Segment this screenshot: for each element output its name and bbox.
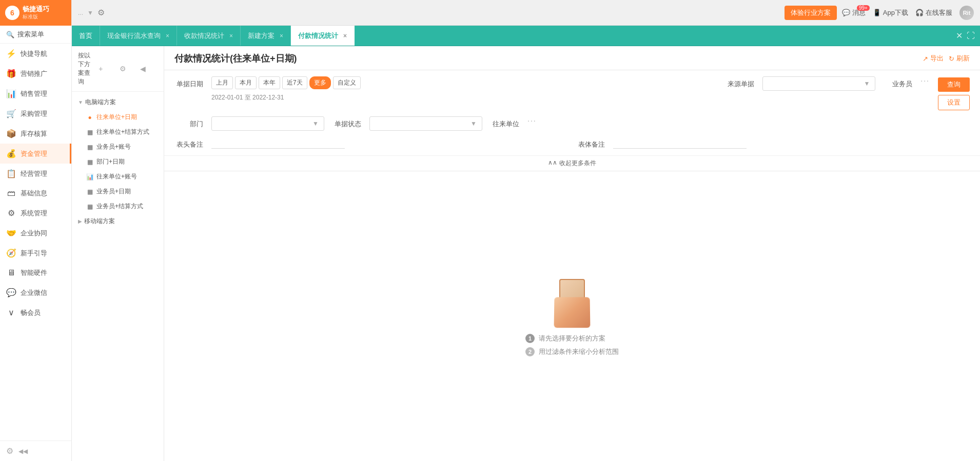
scheme-settings-icon[interactable]: ⚙ <box>120 65 137 73</box>
tab-home[interactable]: 首页 <box>72 26 100 46</box>
add-scheme-button[interactable]: + <box>99 65 116 73</box>
chart-icon: 📊 <box>6 89 16 98</box>
empty-screen <box>559 279 585 299</box>
page-header: 付款情况统计(往来单位+日期) ↗ 导出 ↻ 刷新 <box>164 46 980 70</box>
close-tab-payment-icon[interactable]: × <box>343 32 347 39</box>
tab-new-scheme[interactable]: 新建方案 × <box>241 26 291 46</box>
money-icon: 💰 <box>6 149 16 158</box>
sidebar-item-basic[interactable]: 🗃 基础信息 <box>0 184 71 203</box>
sidebar-logo: 6 畅捷通巧 标准版 <box>0 0 71 26</box>
collapse-scheme-icon[interactable]: ◀ <box>140 65 158 73</box>
source-select[interactable]: ▼ <box>762 76 875 91</box>
scheme-item-counterpart-settle[interactable]: ▦ 往来单位+结算方式 <box>72 125 164 139</box>
query-button[interactable]: 查询 <box>938 77 970 92</box>
date-btn-custom[interactable]: 自定义 <box>333 76 361 89</box>
filter-row-3: 表头备注 表体备注 <box>174 137 970 149</box>
date-btn-this-year[interactable]: 本年 <box>259 76 280 89</box>
empty-hint-1: 1 请先选择要分析的方案 <box>525 334 619 343</box>
date-range-display: 2022-01-01 至 2022-12-31 <box>211 93 284 102</box>
trial-button[interactable]: 体验行业方案 <box>785 6 837 20</box>
scheme-item-salesman-account[interactable]: ▦ 业务员+账号 <box>72 139 164 154</box>
monitor-icon: 🖥 <box>6 268 16 277</box>
sidebar-item-finance[interactable]: 💰 资金管理 <box>0 144 71 164</box>
sidebar-item-guide[interactable]: 🧭 新手引导 <box>0 243 71 263</box>
app-download-button[interactable]: 📱 App下载 <box>873 8 908 17</box>
scheme-item-salesman-settle[interactable]: ▦ 业务员+结算方式 <box>72 199 164 214</box>
close-tab-receipt-icon[interactable]: × <box>229 32 233 39</box>
scheme-item-dept-date[interactable]: ▦ 部门+日期 <box>72 154 164 169</box>
collapse-bar[interactable]: ∧∧ 收起更多条件 <box>164 156 980 171</box>
sidebar-item-purchase[interactable]: 🛒 采购管理 <box>0 104 71 124</box>
settings-icon[interactable]: ⚙ <box>6 446 13 456</box>
mobile-scheme-group[interactable]: ▶ 移动端方案 <box>72 214 164 229</box>
sidebar-bottom: ⚙ ◀◀ <box>0 440 71 461</box>
box-icon: 📦 <box>6 129 16 138</box>
sidebar-item-quick-nav[interactable]: ⚡ 快捷导航 <box>0 44 71 64</box>
tab-receipt[interactable]: 收款情况统计 × <box>177 26 241 46</box>
sidebar-nav: ⚡ 快捷导航 🎁 营销推广 📊 销售管理 🛒 采购管理 📦 库存核算 💰 资金管… <box>0 44 71 440</box>
receipt-status-label: 单据状态 <box>332 116 361 129</box>
chevron-down-icon: ▼ <box>864 80 870 87</box>
salesman-more-btn[interactable]: ··· <box>920 76 930 85</box>
maximize-icon[interactable]: ⛶ <box>967 31 975 41</box>
scheme-item-counterpart-date[interactable]: ● 往来单位+日期 <box>72 110 164 125</box>
sidebar-item-inventory[interactable]: 📦 库存核算 <box>0 124 71 144</box>
date-btn-last-month[interactable]: 上月 <box>211 76 233 89</box>
counterpart-more-btn[interactable]: ··· <box>527 116 537 125</box>
gift-icon: 🎁 <box>6 69 16 78</box>
sidebar-item-enterprise[interactable]: 🤝 企业协同 <box>0 223 71 243</box>
collapse-sidebar-icon[interactable]: ◀◀ <box>18 448 28 455</box>
table-icon5: ▦ <box>86 203 93 210</box>
messages-button[interactable]: 💬 消息 99+ <box>842 8 866 17</box>
tab-payment[interactable]: 付款情况统计 × <box>291 26 355 46</box>
content-area: 按以下方案查询 + ⚙ ◀ ▼ 电脑端方案 ● 往来单位+日期 ▦ 往来单位+结… <box>72 46 980 461</box>
close-tab-new-scheme-icon[interactable]: × <box>280 32 283 39</box>
topbar-actions: 体验行业方案 <box>785 6 837 20</box>
online-service-button[interactable]: 🎧 在线客服 <box>915 8 952 17</box>
scheme-item-counterpart-account[interactable]: 📊 往来单位+账号 <box>72 169 164 184</box>
member-icon: ∨ <box>6 308 16 317</box>
sidebar-item-business[interactable]: 📋 经营管理 <box>0 164 71 184</box>
sidebar-item-system[interactable]: ⚙ 系统管理 <box>0 203 71 223</box>
sidebar-item-wechat[interactable]: 💬 企业微信 <box>0 283 71 303</box>
chevron-down-icon: ▼ <box>87 9 93 16</box>
empty-box <box>554 297 591 328</box>
sidebar-item-sales[interactable]: 📊 销售管理 <box>0 84 71 104</box>
settings-icon[interactable]: ⚙ <box>97 8 105 17</box>
cart-icon: 🛒 <box>6 109 16 118</box>
message-badge: 99+ <box>857 5 870 11</box>
handshake-icon: 🤝 <box>6 228 16 238</box>
empty-hints: 1 请先选择要分析的方案 2 用过滤条件来缩小分析范围 <box>525 334 619 356</box>
avatar[interactable]: Rit <box>959 6 974 20</box>
receipt-status-select[interactable]: ▼ <box>369 116 482 131</box>
close-tab-bank-icon[interactable]: × <box>166 32 169 39</box>
sidebar-item-marketing[interactable]: 🎁 营销推广 <box>0 64 71 84</box>
close-all-tabs-icon[interactable]: ✕ <box>956 31 963 41</box>
date-btn-this-month[interactable]: 本月 <box>235 76 257 89</box>
date-btn-more[interactable]: 更多 <box>309 76 331 89</box>
compass-icon: 🧭 <box>6 248 16 258</box>
sidebar-item-hardware[interactable]: 🖥 智能硬件 <box>0 263 71 283</box>
page-title-row: 付款情况统计(往来单位+日期) ↗ 导出 ↻ 刷新 <box>174 52 970 70</box>
tabs-right: ✕ ⛶ <box>951 26 980 46</box>
source-label: 来源单据 <box>726 76 754 89</box>
settings-button[interactable]: 设置 <box>938 95 970 110</box>
header-actions: ↗ 导出 ↻ 刷新 <box>923 54 970 63</box>
sidebar-item-member[interactable]: ∨ 畅会员 <box>0 303 71 323</box>
dept-select[interactable]: ▼ <box>211 116 324 131</box>
body-note-control <box>613 137 970 149</box>
scheme-item-salesman-date[interactable]: ▦ 业务员+日期 <box>72 184 164 199</box>
header-note-input[interactable] <box>211 137 345 149</box>
refresh-button[interactable]: ↻ 刷新 <box>949 54 970 63</box>
export-icon: ↗ <box>923 55 928 63</box>
tab-bank[interactable]: 现金银行流水查询 × <box>100 26 177 46</box>
export-button[interactable]: ↗ 导出 <box>923 54 944 63</box>
body-note-input[interactable] <box>613 137 747 149</box>
headset-icon: 🎧 <box>915 9 924 16</box>
refresh-icon: ↻ <box>949 55 954 63</box>
dept-label: 部门 <box>174 116 203 129</box>
filter-row-1: 单据日期 上月 本月 本年 近7天 更多 自定义 2022-01-01 至 20… <box>174 76 970 110</box>
desktop-scheme-group[interactable]: ▼ 电脑端方案 <box>72 95 164 110</box>
date-btn-last-7days[interactable]: 近7天 <box>282 76 307 89</box>
search-menu[interactable]: 🔍 搜索菜单 <box>0 26 71 44</box>
